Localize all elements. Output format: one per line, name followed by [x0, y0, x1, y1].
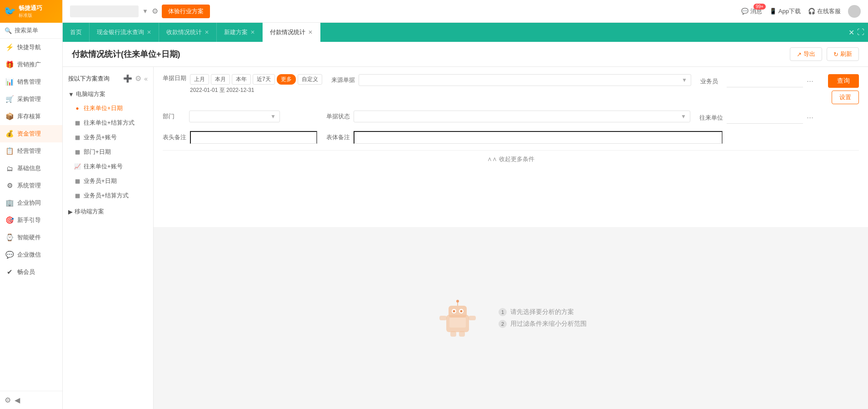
- export-btn[interactable]: ↗ 导出: [790, 47, 822, 61]
- date-btn-more[interactable]: 更多: [277, 74, 296, 85]
- app-download-btn[interactable]: 📱 App下载: [769, 7, 801, 15]
- unit-settlement-icon: ▦: [74, 119, 81, 126]
- tip-num-2: 2: [499, 320, 507, 328]
- scheme-settings-btn[interactable]: ⚙: [135, 74, 141, 83]
- setting-btn[interactable]: 设置: [832, 91, 859, 104]
- expand-tabs-btn[interactable]: ⛶: [857, 28, 864, 36]
- dept-filter: 部门 ▼: [163, 111, 317, 122]
- message-icon: 💬: [741, 8, 748, 15]
- topbar-gear-icon[interactable]: ⚙: [152, 7, 158, 15]
- refresh-btn[interactable]: ↻ 刷新: [827, 47, 859, 61]
- user-avatar[interactable]: [848, 5, 861, 18]
- date-btn-custom[interactable]: 自定义: [298, 74, 322, 85]
- scheme-item-staff-settlement[interactable]: ▦ 业务员+结算方式: [63, 188, 153, 203]
- collapse-sidebar-btn[interactable]: ◀: [15, 396, 20, 404]
- body-note-input[interactable]: [354, 131, 723, 144]
- scheme-panel-header: 按以下方案查询 ➕ ⚙ «: [63, 71, 153, 87]
- header-note-input[interactable]: [190, 131, 317, 144]
- scheme-item-staff-date[interactable]: ▦ 业务员+日期: [63, 174, 153, 188]
- sidebar-item-quick-nav[interactable]: ⚡ 快捷导航: [0, 39, 62, 56]
- filter-row-2: 部门 ▼ 单据状态 ▼: [163, 111, 859, 125]
- doc-status-select-arrow: ▼: [681, 113, 686, 120]
- date-btn-7days[interactable]: 近7天: [253, 74, 275, 85]
- source-label: 来源单据: [331, 76, 355, 84]
- dept-select[interactable]: ▼: [189, 111, 280, 122]
- basic-icon: 🗂: [5, 164, 14, 172]
- message-btn[interactable]: 💬 消息 99+: [741, 7, 762, 15]
- header-note-label: 表头备注: [163, 133, 186, 141]
- add-scheme-btn[interactable]: ➕: [123, 74, 132, 83]
- tip-num-1: 1: [499, 308, 507, 316]
- search-icon: 🔍: [5, 27, 12, 34]
- sidebar-item-enterprise[interactable]: 🏢 企业协同: [0, 194, 62, 212]
- query-btn[interactable]: 查询: [828, 74, 859, 88]
- enterprise-icon: 🏢: [5, 199, 14, 207]
- tab-bank[interactable]: 现金银行流水查询 ✕: [90, 23, 159, 42]
- sidebar-item-wechat[interactable]: 💬 企业微信: [0, 246, 62, 263]
- scheme-collapse-btn[interactable]: «: [144, 75, 148, 82]
- tabbar: 首页 现金银行流水查询 ✕ 收款情况统计 ✕ 新建方案 ✕ 付款情况统计 ✕ ✕…: [63, 23, 868, 42]
- refresh-label: 刷新: [840, 50, 852, 58]
- doc-status-filter: 单据状态 ▼: [326, 111, 690, 122]
- tab-payment[interactable]: 付款情况统计 ✕: [263, 23, 320, 42]
- tab-payment-close[interactable]: ✕: [308, 29, 313, 35]
- scheme-item-label: 往来单位+账号: [84, 162, 123, 171]
- sidebar-item-purchase[interactable]: 🛒 采购管理: [0, 91, 62, 108]
- empty-robot-illustration: [435, 298, 480, 338]
- tab-receivable-close[interactable]: ✕: [205, 29, 209, 35]
- scheme-group-header-mobile[interactable]: ▶ 移动端方案: [63, 205, 153, 218]
- partner-input[interactable]: [727, 112, 803, 124]
- close-all-tabs-btn[interactable]: ✕: [848, 28, 854, 37]
- tab-bank-close[interactable]: ✕: [147, 29, 151, 35]
- dept-date-icon: ▦: [74, 148, 81, 156]
- sidebar-item-member[interactable]: ✔ 畅会员: [0, 263, 62, 281]
- scheme-item-staff-account[interactable]: ▦ 业务员+账号: [63, 130, 153, 145]
- sidebar-item-operation[interactable]: 📋 经营管理: [0, 142, 62, 160]
- scheme-group-header-desktop[interactable]: ▼ 电脑端方案: [63, 87, 153, 101]
- staff-ellipsis-btn[interactable]: ···: [807, 74, 813, 88]
- sidebar: 🐦 畅捷通巧 标准版 🔍 搜索菜单 ⚡ 快捷导航 🎁 营销推广 📊 销售管理 🛒…: [0, 0, 63, 409]
- tab-new-scheme-close[interactable]: ✕: [250, 29, 255, 35]
- scheme-item-label: 业务员+账号: [84, 133, 117, 141]
- sidebar-item-inventory[interactable]: 📦 库存核算: [0, 108, 62, 125]
- trial-btn[interactable]: 体验行业方案: [162, 5, 210, 18]
- sidebar-item-basic[interactable]: 🗂 基础信息: [0, 160, 62, 177]
- date-btn-this-year[interactable]: 本年: [232, 74, 251, 85]
- sidebar-item-label: 快捷导航: [17, 43, 41, 51]
- scheme-item-dept-date[interactable]: ▦ 部门+日期: [63, 145, 153, 159]
- staff-input[interactable]: [727, 76, 803, 87]
- date-btn-this-month[interactable]: 本月: [211, 74, 230, 85]
- scheme-item-label: 业务员+结算方式: [84, 192, 129, 200]
- sidebar-item-label: 企业协同: [17, 199, 41, 207]
- scheme-item-unit-date[interactable]: ● 往来单位+日期: [63, 101, 153, 116]
- sidebar-item-sales[interactable]: 📊 销售管理: [0, 73, 62, 91]
- logo-icon: 🐦: [4, 5, 16, 17]
- purchase-icon: 🛒: [5, 95, 14, 103]
- partner-ellipsis-btn[interactable]: ···: [807, 111, 813, 125]
- sidebar-item-guide[interactable]: 🎯 新手引导: [0, 212, 62, 229]
- settings-footer-btn[interactable]: ⚙: [5, 396, 11, 404]
- sidebar-item-marketing[interactable]: 🎁 营销推广: [0, 56, 62, 73]
- sidebar-item-label: 库存核算: [17, 112, 41, 121]
- source-select[interactable]: ▼: [359, 74, 691, 86]
- sidebar-item-hardware[interactable]: ⌚ 智能硬件: [0, 229, 62, 246]
- tab-new-scheme[interactable]: 新建方案 ✕: [217, 23, 263, 42]
- tab-home-label: 首页: [70, 28, 82, 36]
- collapse-icon: ∧∧: [487, 156, 497, 162]
- date-btn-last-month[interactable]: 上月: [190, 74, 209, 85]
- date-filter-group: 单据日期 上月 本月 本年 近7天 更多 自定义 20: [163, 74, 322, 94]
- search-label: 搜索菜单: [15, 26, 38, 35]
- service-btn[interactable]: 🎧 在线客服: [808, 7, 841, 15]
- tab-receivable[interactable]: 收款情况统计 ✕: [159, 23, 217, 42]
- scheme-item-unit-settlement[interactable]: ▦ 往来单位+结算方式: [63, 116, 153, 130]
- scheme-item-unit-account[interactable]: 📈 往来单位+账号: [63, 159, 153, 174]
- tab-home[interactable]: 首页: [63, 23, 90, 42]
- tab-receivable-label: 收款情况统计: [166, 28, 202, 36]
- doc-status-select[interactable]: ▼: [354, 111, 690, 122]
- topbar: ▼ ⚙ 体验行业方案 💬 消息 99+ 📱 App下载 🎧 在线客服: [63, 0, 868, 23]
- sidebar-item-system[interactable]: ⚙ 系统管理: [0, 177, 62, 194]
- sidebar-item-capital[interactable]: 💰 资金管理: [0, 125, 62, 142]
- dept-label: 部门: [163, 112, 185, 121]
- search-menu[interactable]: 🔍 搜索菜单: [0, 23, 62, 39]
- collapse-more-btn[interactable]: ∧∧ 收起更多条件: [163, 150, 859, 168]
